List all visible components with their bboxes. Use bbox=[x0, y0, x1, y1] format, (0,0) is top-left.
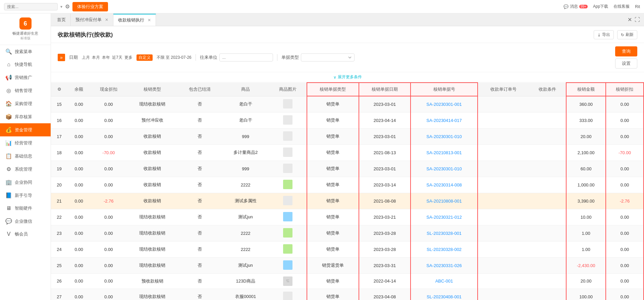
top-bar: ▾ ⚙ 体验行业方案 💬 消息 99+ App下载 在线客服 Rit bbox=[0, 0, 644, 13]
sidebar-item-vip[interactable]: V畅会员 bbox=[0, 228, 51, 241]
tab-writeoff[interactable]: 收款核销执行✕ bbox=[113, 14, 156, 26]
sidebar-item-marketing[interactable]: 📢营销推广 bbox=[0, 71, 51, 84]
date-option-本年[interactable]: 本年 bbox=[102, 55, 110, 60]
guide-icon: 📘 bbox=[5, 192, 12, 199]
chevron-down-icon[interactable]: ▾ bbox=[60, 4, 62, 9]
table-row: 150.000.00现结收款核销否老白干销货单2023-03-01SA-2023… bbox=[51, 96, 644, 112]
refresh-btn[interactable]: ↻ 刷新 bbox=[617, 30, 637, 39]
bill-no-link[interactable]: SA-20230414-017 bbox=[426, 118, 462, 123]
cell-bill_no[interactable]: SA-20230331-026 bbox=[411, 257, 477, 273]
expand-btn[interactable]: ∨ 展开更多条件 bbox=[333, 74, 362, 80]
settings-btn[interactable]: 设置 bbox=[615, 58, 637, 69]
cell-balance: 0.00 bbox=[67, 193, 90, 209]
cell-goods: 测试多属性 bbox=[222, 193, 269, 209]
cell-write_discount: -70.00 bbox=[606, 144, 644, 161]
cell-amount: 3,390.00 bbox=[566, 193, 606, 209]
query-btn[interactable]: 查询 bbox=[615, 46, 637, 56]
sidebar-item-sales[interactable]: ◎销售管理 bbox=[0, 84, 51, 97]
user-btn[interactable]: Rit bbox=[635, 4, 640, 9]
bill-no-link[interactable]: SA-20230321-012 bbox=[426, 215, 462, 220]
type-select[interactable] bbox=[301, 53, 355, 61]
col-header-bill_type: 核销单据类型 bbox=[307, 83, 359, 96]
cell-amount: 2,100.00 bbox=[566, 144, 606, 161]
bill-no-link[interactable]: SL-20230328-001 bbox=[427, 231, 462, 236]
date-option-更多[interactable]: 更多 bbox=[124, 55, 132, 60]
sidebar-label-search: 搜索菜单 bbox=[15, 49, 32, 55]
expand-bar: ∨ 展开更多条件 bbox=[51, 72, 644, 82]
tab-close-writeoff[interactable]: ✕ bbox=[148, 18, 151, 23]
service-btn[interactable]: 在线客服 bbox=[613, 4, 630, 9]
sidebar-item-wechat[interactable]: 💬企业微信 bbox=[0, 215, 51, 228]
bill-no-link[interactable]: SL-20230408-001 bbox=[427, 294, 462, 299]
cell-bill_no[interactable]: SA-20230301-010 bbox=[411, 161, 477, 177]
sidebar-item-inventory[interactable]: 📦库存核算 bbox=[0, 110, 51, 123]
partner-input[interactable] bbox=[219, 53, 273, 61]
cell-bill_no[interactable]: SL-20230328-002 bbox=[411, 241, 477, 257]
bill-no-link[interactable]: SA-20230301-001 bbox=[426, 102, 462, 107]
date-option-本月[interactable]: 本月 bbox=[92, 55, 100, 60]
cell-bill_no[interactable]: SL-20230328-001 bbox=[411, 225, 477, 241]
sidebar-item-shortcut[interactable]: ⌂快捷导航 bbox=[0, 58, 51, 71]
date-option-近7天[interactable]: 近7天 bbox=[112, 55, 122, 60]
tab-prepaid[interactable]: 预付冲应付单✕ bbox=[71, 14, 113, 26]
sidebar-item-corp[interactable]: 🏢企业协同 bbox=[0, 176, 51, 189]
cell-bill_type: 销货单 bbox=[307, 161, 359, 177]
gear-icon[interactable]: ⚙ bbox=[65, 3, 70, 10]
cell-settled: 否 bbox=[178, 144, 222, 161]
cell-bill_no[interactable]: SA-20210808-001 bbox=[411, 193, 477, 209]
cell-discount: 0.00 bbox=[90, 128, 127, 144]
bill-no-link[interactable]: SA-20230301-010 bbox=[426, 134, 462, 139]
tab-close-prepaid[interactable]: ✕ bbox=[105, 17, 108, 22]
cell-discount: 0.00 bbox=[90, 257, 127, 273]
message-btn[interactable]: 💬 消息 99+ bbox=[564, 4, 588, 9]
industry-btn[interactable]: 体验行业方案 bbox=[72, 2, 108, 11]
cell-bill_no[interactable]: SL-20230408-001 bbox=[411, 289, 477, 300]
refresh-label: 刷新 bbox=[626, 32, 634, 38]
wechat-icon: 💬 bbox=[5, 218, 12, 224]
sidebar-item-finance[interactable]: 💰资金管理 bbox=[0, 123, 51, 136]
bill-no-link[interactable]: SA-20210813-001 bbox=[426, 150, 462, 155]
sidebar-item-hardware[interactable]: 🖥智能硬件 bbox=[0, 202, 51, 215]
export-btn[interactable]: ⤓ 导出 bbox=[594, 30, 614, 39]
bill-no-link[interactable]: ABC-001 bbox=[435, 278, 453, 284]
bill-no-link[interactable]: SA-20230331-026 bbox=[426, 263, 462, 268]
cell-balance: 0.00 bbox=[67, 161, 90, 177]
bill-no-link[interactable]: SL-20230328-002 bbox=[427, 247, 462, 252]
cell-bill_no[interactable]: SA-20230414-017 bbox=[411, 112, 477, 128]
sidebar-item-operation[interactable]: 📊经营管理 bbox=[0, 136, 51, 149]
maximize-btn[interactable]: ⛶ bbox=[635, 17, 640, 23]
bill-no-link[interactable]: SA-20230301-010 bbox=[426, 166, 462, 171]
app-download-btn[interactable]: App下载 bbox=[593, 4, 608, 9]
custom-date-btn[interactable]: 自定义 bbox=[137, 54, 153, 61]
product-image bbox=[283, 147, 292, 157]
tab-home[interactable]: 首页 bbox=[52, 14, 71, 26]
refresh-icon: ↻ bbox=[621, 33, 624, 37]
date-option-上月[interactable]: 上月 bbox=[82, 55, 90, 60]
sidebar-item-base[interactable]: 📋基础信息 bbox=[0, 149, 51, 163]
close-window-btn[interactable]: ✕ bbox=[628, 16, 632, 23]
sidebar-item-guide[interactable]: 📘新手引导 bbox=[0, 189, 51, 202]
sidebar-item-search[interactable]: 🔍搜索菜单 bbox=[0, 45, 51, 58]
cell-goods: 多计量商品2 bbox=[222, 144, 269, 161]
hardware-icon: 🖥 bbox=[5, 205, 12, 211]
cell-bill_no[interactable]: SA-20230301-001 bbox=[411, 96, 477, 112]
cell-receipt_no bbox=[478, 273, 529, 289]
filter-toggle-btn[interactable]: » bbox=[58, 54, 65, 61]
cell-bill_no[interactable]: ABC-001 bbox=[411, 273, 477, 289]
search-input[interactable] bbox=[4, 3, 58, 10]
cell-amount: 1.00 bbox=[566, 241, 606, 257]
cell-bill_no[interactable]: SA-20210813-001 bbox=[411, 144, 477, 161]
cell-bill_no[interactable]: SA-20230321-012 bbox=[411, 209, 477, 225]
cell-discount: 0.00 bbox=[90, 161, 127, 177]
cell-conditions bbox=[529, 193, 566, 209]
sidebar-item-system[interactable]: ⚙系统管理 bbox=[0, 163, 51, 176]
bill-no-link[interactable]: SA-20230314-008 bbox=[426, 182, 462, 187]
cell-write_discount: 0.00 bbox=[606, 96, 644, 112]
cell-amount: 100.00 bbox=[566, 289, 606, 300]
cell-bill_no[interactable]: SA-20230314-008 bbox=[411, 177, 477, 193]
sidebar-item-purchase[interactable]: 🏠采购管理 bbox=[0, 97, 51, 110]
bill-no-link[interactable]: SA-20210808-001 bbox=[426, 199, 462, 204]
cell-type: 预收款核销 bbox=[127, 273, 178, 289]
sidebar-label-purchase: 采购管理 bbox=[15, 101, 32, 107]
cell-bill_no[interactable]: SA-20230301-010 bbox=[411, 128, 477, 144]
